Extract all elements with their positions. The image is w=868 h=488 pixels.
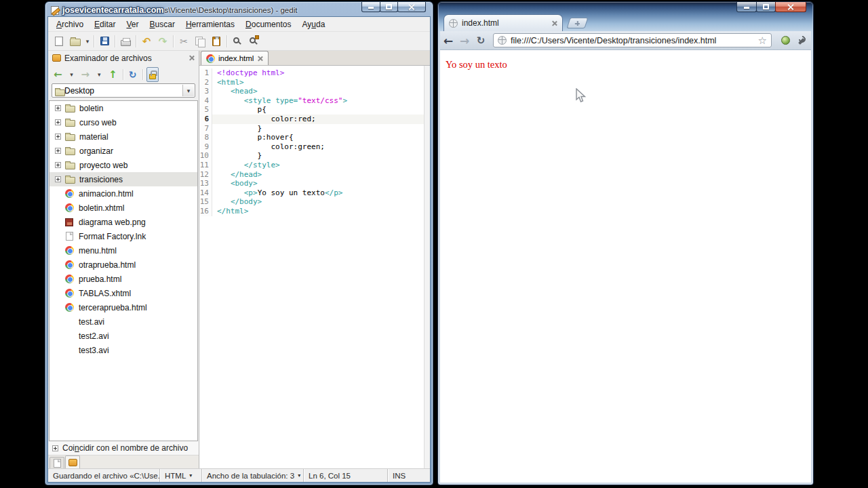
panel-tab-filebrowser[interactable] xyxy=(65,455,80,468)
location-combobox[interactable]: Desktop xyxy=(52,83,195,98)
tree-item-tablas-xhtml[interactable]: TABLAS.xhtml xyxy=(50,286,197,300)
tree-item-transiciones[interactable]: transiciones xyxy=(50,172,197,186)
lock-button[interactable] xyxy=(146,67,159,82)
panel-tab-documents[interactable] xyxy=(50,457,64,468)
code-line-8[interactable]: 8 p:hover{ xyxy=(199,133,430,142)
up-button[interactable] xyxy=(106,67,119,82)
chrome-maximize-button[interactable] xyxy=(756,2,776,12)
tree-item-organizar[interactable]: organizar xyxy=(50,144,197,158)
replace-button[interactable] xyxy=(245,33,262,49)
code-line-12[interactable]: 12 </head> xyxy=(199,170,430,180)
copy-button[interactable] xyxy=(192,33,208,49)
menu-item-herramientas[interactable]: Herramientas xyxy=(180,18,240,31)
code-line-16[interactable]: 16</html> xyxy=(199,207,430,216)
tab-close-icon[interactable] xyxy=(551,20,557,26)
code-line-6[interactable]: 6 color:red; xyxy=(199,115,430,124)
location-dropdown-button[interactable] xyxy=(182,85,194,96)
tree-item-boletin[interactable]: boletin xyxy=(50,101,197,115)
new-document-button[interactable] xyxy=(51,33,67,49)
gedit-titlebar[interactable]: josevicentecarratala.com s\Vicente\Deskt… xyxy=(51,4,358,16)
editor-scrollbar[interactable] xyxy=(424,66,430,468)
back-button[interactable] xyxy=(440,34,456,47)
tree-item-menu-html[interactable]: menu.html xyxy=(50,243,197,258)
expander-plus-icon[interactable] xyxy=(55,148,61,154)
paste-button[interactable] xyxy=(208,33,224,49)
open-document-button[interactable] xyxy=(67,33,83,49)
chrome-close-button[interactable] xyxy=(775,2,806,12)
code-view[interactable]: 1<!doctype html>2<html>3 <head>4 <style … xyxy=(199,66,430,468)
gedit-minimize-button[interactable] xyxy=(361,2,380,12)
code-line-3[interactable]: 3 <head> xyxy=(199,87,430,96)
find-button[interactable] xyxy=(229,33,245,49)
code-line-13[interactable]: 13 <body> xyxy=(199,179,430,188)
tree-item-test-avi[interactable]: test.avi xyxy=(50,314,197,329)
tree-item-boletin-xhtml[interactable]: boletin.xhtml xyxy=(50,201,197,215)
tree-item-proyecto-web[interactable]: proyecto web xyxy=(50,158,197,172)
code-line-7[interactable]: 7 } xyxy=(199,124,430,134)
tree-item-animacion-html[interactable]: animacion.html xyxy=(50,186,197,201)
gedit-close-button[interactable] xyxy=(397,2,426,12)
menu-item-ayuda[interactable]: Ayuda xyxy=(296,18,330,31)
code-line-15[interactable]: 15 </body> xyxy=(199,197,430,207)
reload-button[interactable] xyxy=(473,35,489,47)
panel-close-icon[interactable] xyxy=(189,55,195,61)
editor-tab-index-html[interactable]: index.html xyxy=(201,51,269,65)
chrome-file-icon xyxy=(65,260,74,269)
expander-plus-icon[interactable] xyxy=(55,176,61,182)
code-line-9[interactable]: 9 color:green; xyxy=(199,142,430,152)
tree-item-terceraprueba-html[interactable]: terceraprueba.html xyxy=(50,300,197,314)
save-button[interactable] xyxy=(96,33,113,49)
expander-plus-icon[interactable] xyxy=(55,162,61,168)
code-line-10[interactable]: 10 } xyxy=(199,151,430,161)
plus-icon xyxy=(575,21,580,26)
menu-item-ver[interactable]: Ver xyxy=(121,18,144,31)
code-line-1[interactable]: 1<!doctype html> xyxy=(199,68,430,78)
refresh-button[interactable] xyxy=(127,67,139,82)
tree-item-curso-web[interactable]: curso web xyxy=(50,115,197,129)
tree-item-diagrama-web-png[interactable]: diagrama web.png xyxy=(50,215,197,229)
menu-item-buscar[interactable]: Buscar xyxy=(144,18,180,31)
tree-item-material[interactable]: material xyxy=(50,129,197,144)
code-line-5[interactable]: 5 p{ xyxy=(199,105,430,115)
undo-button[interactable] xyxy=(138,33,155,49)
address-bar[interactable]: file:///C:/Users/Vicente/Desktop/transic… xyxy=(493,33,772,47)
tree-item-test2-avi[interactable]: test2.avi xyxy=(50,329,197,343)
forward-caret-button[interactable] xyxy=(93,67,105,82)
language-selector[interactable]: HTML▾ xyxy=(160,469,202,482)
code-line-11[interactable]: 11 </style> xyxy=(199,161,430,170)
browser-tab-index-html[interactable]: index.html xyxy=(443,14,563,31)
code-line-4[interactable]: 4 <style type="text/css"> xyxy=(199,96,430,106)
chrome-minimize-button[interactable] xyxy=(736,2,757,12)
tree-item-prueba-html[interactable]: prueba.html xyxy=(50,272,197,286)
forward-button[interactable] xyxy=(456,34,473,47)
menu-item-archivo[interactable]: Archivo xyxy=(51,18,89,31)
back-button[interactable] xyxy=(52,67,64,82)
toolbar-separator xyxy=(173,35,174,47)
expander-plus-icon[interactable] xyxy=(55,134,61,140)
code-line-2[interactable]: 2<html> xyxy=(199,78,430,87)
wrench-menu-icon[interactable] xyxy=(796,36,806,45)
back-caret-button[interactable] xyxy=(66,67,78,82)
forward-button[interactable] xyxy=(79,67,92,82)
expander-plus-icon[interactable] xyxy=(55,119,61,125)
match-filename-expander[interactable]: Coincidir con el nombre de archivo xyxy=(48,441,199,455)
print-button[interactable] xyxy=(117,33,134,49)
menu-item-documentos[interactable]: Documentos xyxy=(240,18,296,31)
tab-close-icon[interactable] xyxy=(257,56,263,62)
bookmark-star-icon[interactable] xyxy=(758,36,767,45)
redo-button[interactable] xyxy=(155,33,171,49)
tab-width-selector[interactable]: Ancho de la tabulación: 3▾ xyxy=(202,469,304,482)
new-tab-button[interactable] xyxy=(566,18,588,28)
tree-item-format-factory-lnk[interactable]: Format Factory.lnk xyxy=(50,229,197,243)
expander-plus-icon[interactable] xyxy=(55,105,61,111)
line-number: 15 xyxy=(199,197,212,207)
close-icon xyxy=(787,3,794,11)
gedit-maximize-button[interactable] xyxy=(380,2,398,12)
menu-item-editar[interactable]: Editar xyxy=(89,18,121,31)
tree-item-otraprueba-html[interactable]: otraprueba.html xyxy=(50,258,197,272)
tree-item-test3-avi[interactable]: test3.avi xyxy=(50,343,197,357)
code-line-14[interactable]: 14 <p>Yo soy un texto</p> xyxy=(199,188,430,198)
open-caret-button[interactable] xyxy=(83,33,92,49)
extension-icon[interactable] xyxy=(781,36,790,45)
cut-button[interactable] xyxy=(176,33,192,49)
